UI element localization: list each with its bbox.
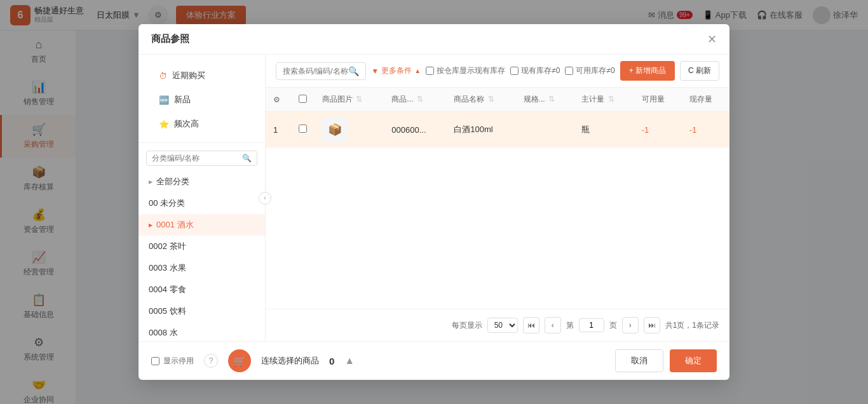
- col-available-header: 可用量: [634, 88, 682, 112]
- modal-right-content: 🔍 ▼ 更多条件 ▲ 按仓库显示现有库存 现有库存≠0 可用库存≠0: [266, 55, 729, 341]
- page-suffix: 页: [609, 320, 617, 331]
- select-all-checkbox[interactable]: [299, 95, 307, 103]
- modal-close-button[interactable]: ✕: [707, 34, 717, 45]
- prev-page-button[interactable]: ‹: [545, 317, 561, 333]
- product-image-icon: 📦: [328, 123, 342, 137]
- warehouse-checkbox[interactable]: [426, 67, 434, 75]
- table-row[interactable]: 1 📦 000600... 白酒100ml: [266, 112, 729, 148]
- filter-by-warehouse[interactable]: 按仓库显示现有库存: [426, 65, 505, 76]
- cart-button[interactable]: 🛒: [228, 349, 251, 372]
- modal-left-sidebar: ⏱ 近期购买 🆕 新品 ⭐ 频次高 ‹: [139, 55, 266, 341]
- row-available-cell: -1: [634, 112, 682, 148]
- filter-stock-not-zero[interactable]: 现有库存≠0: [510, 65, 560, 76]
- per-page-select[interactable]: 50: [487, 318, 518, 333]
- col-checkbox: [291, 88, 315, 112]
- help-button[interactable]: ?: [204, 354, 218, 368]
- table-header-row: ⚙ 商品图片 ⇅ 商品... ⇅: [266, 88, 729, 112]
- modal-body: ⏱ 近期购买 🆕 新品 ⭐ 频次高 ‹: [139, 55, 729, 341]
- category-search-icon: 🔍: [242, 154, 252, 163]
- footer-buttons: 取消 确定: [615, 349, 717, 372]
- refresh-button[interactable]: C 刷新: [680, 61, 719, 81]
- cart-collapse-button[interactable]: ▲: [344, 355, 355, 367]
- sort-icon: ⇅: [356, 95, 362, 104]
- col-unit-header: 主计量 ⇅: [574, 88, 634, 112]
- cancel-button[interactable]: 取消: [615, 349, 663, 372]
- toolbar-actions: + 新增商品 C 刷新: [620, 61, 719, 81]
- available-checkbox[interactable]: [565, 67, 573, 75]
- category-liquor[interactable]: ▶ 0001 酒水: [139, 214, 265, 236]
- category-drink[interactable]: 0005 饮料: [139, 300, 265, 322]
- per-page-label: 每页显示: [452, 320, 482, 331]
- show-disabled-checkbox[interactable]: [151, 357, 159, 365]
- next-page-button[interactable]: ›: [622, 317, 639, 333]
- quick-link-recent[interactable]: ⏱ 近期购买: [149, 65, 255, 86]
- sort-icon: ⇅: [608, 95, 614, 104]
- recent-icon: ⏱: [159, 71, 167, 81]
- sidebar-collapse-button[interactable]: ‹: [259, 192, 271, 205]
- row-index: 1: [266, 112, 291, 148]
- modal-footer: 显示停用 ? 🛒 连续选择的商品 0 ▲ 取消 确定: [139, 341, 729, 380]
- cart-count-value: 0: [329, 356, 334, 367]
- category-water[interactable]: 0008 水: [139, 322, 265, 336]
- product-search-wrap: 🔍: [276, 62, 366, 80]
- show-disabled-toggle[interactable]: 显示停用: [151, 356, 194, 367]
- quick-link-frequent[interactable]: ⭐ 频次高: [149, 113, 255, 135]
- category-search-input[interactable]: [152, 154, 242, 163]
- cart-icon: 🛒: [233, 355, 246, 367]
- row-image-cell: 📦: [315, 112, 384, 148]
- category-arrow-all: ▶: [149, 179, 153, 185]
- product-table-wrap: ⚙ 商品图片 ⇅ 商品... ⇅: [266, 88, 729, 309]
- pagination: 每页显示 50 ⏮ ‹ 第 页 › ⏭ 共1页，1条记录: [266, 309, 729, 341]
- category-tea[interactable]: 0002 茶叶: [139, 236, 265, 257]
- row-checkbox[interactable]: [299, 125, 307, 133]
- confirm-button[interactable]: 确定: [670, 349, 717, 372]
- product-search-input[interactable]: [283, 67, 348, 76]
- row-unit-cell: 瓶: [574, 112, 634, 148]
- settings-icon: ⚙: [273, 95, 280, 104]
- col-code-header: 商品... ⇅: [384, 88, 446, 112]
- modal-title: 商品参照: [151, 33, 189, 45]
- available-value: -1: [642, 125, 649, 135]
- cart-label-text: 连续选择的商品: [261, 355, 319, 367]
- row-spec-cell: [516, 112, 574, 148]
- stock-value: -1: [689, 125, 697, 135]
- quick-link-new[interactable]: 🆕 新品: [149, 89, 255, 111]
- sort-icon: ⇅: [417, 95, 423, 104]
- add-product-button[interactable]: + 新增商品: [620, 61, 675, 81]
- product-table-body: 1 📦 000600... 白酒100ml: [266, 112, 729, 148]
- col-name-header: 商品名称 ⇅: [446, 88, 515, 112]
- modal-toolbar: 🔍 ▼ 更多条件 ▲ 按仓库显示现有库存 现有库存≠0 可用库存≠0: [266, 55, 729, 88]
- last-page-button[interactable]: ⏭: [644, 317, 660, 333]
- product-table: ⚙ 商品图片 ⇅ 商品... ⇅: [266, 88, 729, 148]
- row-checkbox-cell: [291, 112, 315, 148]
- first-page-button[interactable]: ⏮: [523, 317, 539, 333]
- product-image: 📦: [322, 117, 348, 142]
- category-snack[interactable]: 0004 零食: [139, 279, 265, 300]
- col-settings: ⚙: [266, 88, 291, 112]
- new-icon: 🆕: [159, 95, 169, 105]
- modal-header: 商品参照 ✕: [139, 24, 729, 55]
- page-input[interactable]: [579, 318, 604, 332]
- filter-arrow-icon: ▲: [414, 67, 421, 74]
- sort-icon: ⇅: [488, 95, 494, 104]
- row-stock-cell: -1: [682, 112, 729, 148]
- quick-links-section: ⏱ 近期购买 🆕 新品 ⭐ 频次高: [139, 60, 265, 140]
- col-spec-header: 规格... ⇅: [516, 88, 574, 112]
- search-icon: 🔍: [348, 66, 359, 76]
- category-search-wrap: 🔍: [146, 151, 257, 166]
- category-uncategorized[interactable]: 00 未分类: [139, 192, 265, 214]
- product-reference-modal: 商品参照 ✕ ⏱ 近期购买 🆕 新品 ⭐ 频次高: [139, 24, 729, 380]
- category-fruit[interactable]: 0003 水果: [139, 257, 265, 279]
- page-label: 第: [566, 320, 574, 331]
- category-all[interactable]: ▶ 全部分类: [139, 171, 265, 192]
- stock-checkbox[interactable]: [510, 67, 519, 75]
- col-stock-header: 现存量: [682, 88, 729, 112]
- frequent-icon: ⭐: [159, 119, 169, 129]
- category-arrow-liquor: ▶: [149, 222, 153, 228]
- row-code-cell: 000600...: [384, 112, 446, 148]
- category-list: ▶ 全部分类 00 未分类 ▶ 0001 酒水 0002 茶叶 0003 水果: [139, 171, 265, 336]
- more-filter-button[interactable]: ▼ 更多条件 ▲: [371, 65, 421, 76]
- filter-available-not-zero[interactable]: 可用库存≠0: [565, 65, 614, 76]
- col-image-header: 商品图片 ⇅: [315, 88, 384, 112]
- sort-icon: ⇅: [548, 95, 555, 104]
